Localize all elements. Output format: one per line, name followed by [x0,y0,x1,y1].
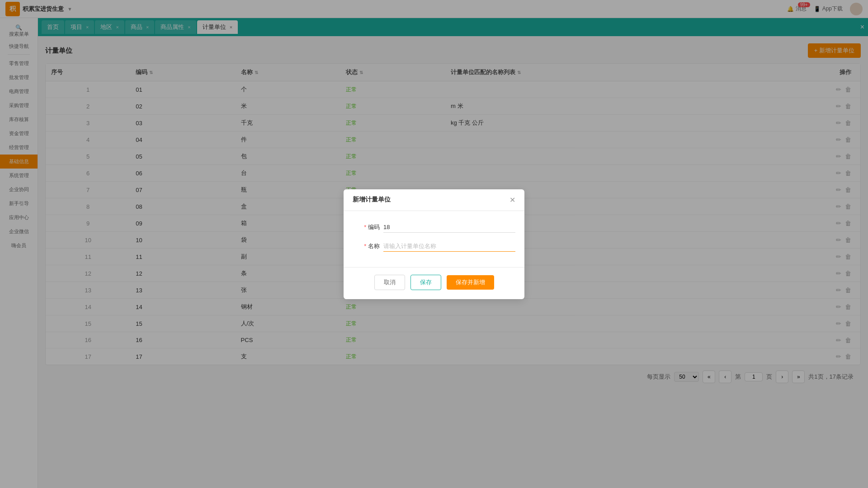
app-container: 积 积累宝进货生意 ▼ 🔔 消息 99+ 📱 App下载 🔍 搜索菜单 [0,0,868,488]
add-unit-modal: 新增计量单位 ✕ 编码 名称 取消 保存 保存并新增 [344,189,524,299]
modal-footer: 取消 保存 保存并新增 [344,267,524,299]
code-label: 编码 [353,223,380,231]
code-input[interactable] [383,222,515,233]
modal-header: 新增计量单位 ✕ [344,189,524,211]
modal-close-button[interactable]: ✕ [509,196,515,204]
name-label: 名称 [353,242,380,250]
modal-overlay: 新增计量单位 ✕ 编码 名称 取消 保存 保存并新增 [0,0,868,488]
cancel-button[interactable]: 取消 [374,275,405,290]
name-input[interactable] [383,241,515,252]
name-form-row: 名称 [353,241,515,252]
save-and-new-button[interactable]: 保存并新增 [447,275,494,290]
code-form-row: 编码 [353,222,515,233]
save-button[interactable]: 保存 [410,275,441,290]
modal-body: 编码 名称 [344,211,524,267]
modal-title: 新增计量单位 [353,196,391,204]
